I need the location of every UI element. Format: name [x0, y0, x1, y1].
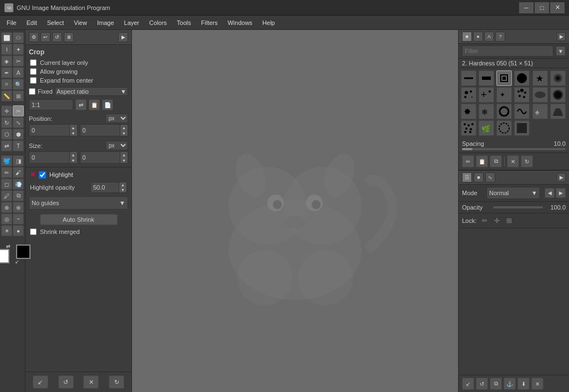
ratio-copy-button[interactable]: 📋	[89, 99, 100, 110]
brush-cell-4[interactable]	[514, 70, 530, 86]
tool-airbrush[interactable]: 💨	[13, 179, 24, 190]
options-icon-reset[interactable]: ↩	[40, 32, 50, 42]
duplicate-layer-button[interactable]: ⧉	[490, 378, 502, 390]
footer-btn-redo[interactable]: ↻	[109, 375, 124, 389]
tool-pencil[interactable]: ✏	[1, 167, 12, 178]
close-button[interactable]: ✕	[550, 2, 565, 13]
brush-cell-3[interactable]	[496, 70, 512, 86]
tool-blend[interactable]: ◨	[13, 155, 24, 166]
expand-from-center-checkbox[interactable]	[30, 77, 37, 84]
tool-perspective-clone[interactable]: ⊛	[13, 202, 24, 213]
brush-cell-22[interactable]	[514, 120, 530, 136]
tool-burn[interactable]: ●	[13, 225, 24, 236]
footer-btn-undo[interactable]: ↺	[58, 375, 74, 389]
new-layer-group-button[interactable]: ↙	[462, 378, 474, 390]
size-unit-select[interactable]: px % mm	[105, 141, 128, 150]
layers-tab-paths[interactable]: ∿	[485, 172, 495, 182]
ratio-input[interactable]	[29, 99, 73, 110]
menu-edit[interactable]: Edit	[22, 18, 42, 27]
swap-colors-button[interactable]: ⇄	[6, 243, 11, 249]
tool-perspective[interactable]: ⬢	[13, 129, 24, 140]
brush-cell-8[interactable]: +	[479, 87, 494, 103]
menu-filters[interactable]: Filters	[197, 18, 222, 27]
aspect-ratio-dropdown[interactable]: Aspect ratio ▼	[55, 87, 128, 96]
brush-tab-patterns[interactable]: ■	[462, 32, 472, 42]
position-y-down[interactable]: ▼	[120, 130, 128, 136]
tool-eraser[interactable]: ◻	[1, 179, 12, 190]
tool-ellipse-select[interactable]: ⬭	[13, 32, 24, 43]
brush-cell-1[interactable]	[461, 70, 476, 86]
tool-rect-select[interactable]: ⬜	[1, 32, 12, 43]
brush-cell-10[interactable]	[514, 87, 530, 103]
tool-by-color-select[interactable]: ◈	[1, 55, 12, 67]
brush-cell-19[interactable]	[461, 120, 476, 136]
tool-move[interactable]: ✛	[1, 105, 12, 116]
ratio-paste-button[interactable]: 📄	[102, 99, 113, 110]
footer-btn-delete[interactable]: ✕	[83, 375, 99, 389]
brush-action-edit[interactable]: ✏	[462, 155, 474, 167]
brush-cell-13[interactable]: ✸	[461, 104, 476, 119]
tool-paintbrush[interactable]: 🖌	[13, 167, 24, 178]
brush-action-refresh[interactable]: ↻	[521, 155, 533, 167]
brush-cell-5[interactable]: ★	[532, 70, 548, 86]
brush-cell-17[interactable]: ♠	[532, 104, 548, 119]
menu-view[interactable]: View	[69, 18, 92, 27]
brush-cell-2[interactable]	[479, 70, 494, 86]
tool-heal[interactable]: ⊕	[1, 202, 12, 213]
current-layer-only-checkbox[interactable]	[30, 59, 37, 66]
tool-magnify[interactable]: 🔍	[13, 79, 24, 90]
options-panel-menu[interactable]: ▶	[118, 32, 128, 42]
canvas-area[interactable]	[132, 30, 458, 392]
tool-scissors[interactable]: ✂	[13, 55, 24, 67]
tool-smudge[interactable]: ~	[13, 213, 24, 225]
lock-pixels-button[interactable]: ✏	[480, 216, 490, 226]
tool-text[interactable]: A	[13, 67, 24, 78]
position-x-input[interactable]	[29, 125, 69, 136]
lock-position-button[interactable]: ✛	[492, 216, 502, 226]
spacing-slider[interactable]	[462, 148, 566, 150]
brushes-panel-menu[interactable]: ▶	[557, 32, 566, 41]
tool-paths[interactable]: ✒	[1, 67, 12, 78]
brush-tab-gradients[interactable]: ●	[473, 32, 483, 42]
merge-down-button[interactable]: ⬇	[517, 378, 530, 390]
brush-action-delete[interactable]: ✕	[507, 155, 519, 167]
tool-free-select[interactable]: ⌇	[1, 44, 12, 55]
foreground-color-swatch[interactable]	[16, 245, 31, 259]
ratio-swap-button[interactable]: ⇄	[75, 99, 87, 110]
tool-crop[interactable]: ✂	[13, 105, 24, 116]
position-unit-select[interactable]: px % mm	[105, 114, 128, 123]
highlight-opacity-input[interactable]	[91, 182, 119, 192]
size-w-up[interactable]: ▲	[69, 152, 77, 157]
minimize-button[interactable]: ─	[519, 2, 534, 13]
highlight-checkbox[interactable]	[39, 171, 46, 179]
lock-alpha-button[interactable]: ⊞	[504, 216, 514, 226]
tool-align[interactable]: ⊞	[13, 90, 24, 101]
tool-text2[interactable]: T	[13, 140, 24, 151]
brush-cell-12[interactable]	[550, 87, 566, 103]
highlight-opacity-down[interactable]: ▼	[119, 187, 126, 192]
position-x-down[interactable]: ▼	[69, 130, 77, 136]
menu-tools[interactable]: Tools	[172, 18, 196, 27]
brush-cell-6[interactable]	[550, 70, 566, 86]
mode-icon-next[interactable]: ▶	[556, 188, 566, 198]
menu-select[interactable]: Select	[43, 18, 69, 27]
brush-action-new[interactable]: 📋	[476, 155, 488, 167]
tool-measure[interactable]: 📏	[1, 90, 12, 101]
brush-tab-fonts[interactable]: A	[484, 32, 494, 42]
options-icon-undo[interactable]: ↺	[52, 32, 62, 42]
guides-dropdown[interactable]: No guides ▼	[29, 196, 128, 210]
brush-cell-7[interactable]	[461, 87, 476, 103]
footer-btn-restore[interactable]: ↙	[33, 375, 48, 389]
anchor-layer-button[interactable]: ⚓	[504, 378, 516, 390]
fixed-checkbox[interactable]	[29, 88, 35, 95]
brush-action-copy[interactable]: ⧉	[490, 155, 502, 167]
mode-icon-prev[interactable]: ◀	[545, 188, 555, 198]
opacity-slider[interactable]	[493, 206, 543, 208]
tool-fuzzy-select[interactable]: ✦	[13, 44, 24, 55]
background-color-swatch[interactable]	[0, 249, 9, 263]
options-icon-display[interactable]: 🖥	[64, 32, 74, 42]
brush-cell-18[interactable]	[550, 104, 566, 119]
maximize-button[interactable]: □	[535, 2, 549, 13]
size-h-down[interactable]: ▼	[120, 157, 128, 163]
shrink-merged-checkbox[interactable]	[30, 228, 37, 235]
